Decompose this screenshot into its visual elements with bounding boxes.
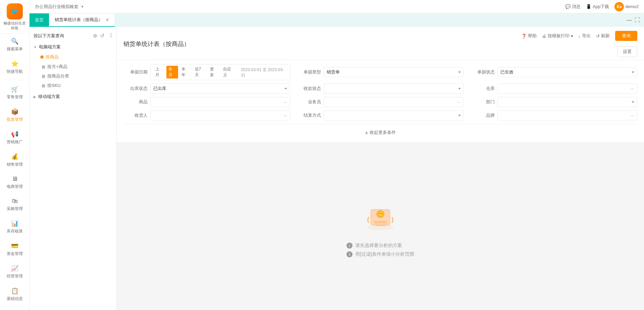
logo-icon: 🐦: [7, 3, 23, 19]
date-tab-prev-month[interactable]: 上月: [153, 66, 165, 79]
export-btn[interactable]: ↓ 导出: [579, 33, 591, 39]
brand-control[interactable]: ···: [497, 110, 637, 120]
search-icon: 🔍: [11, 38, 18, 45]
out-status-label: 出库状态: [123, 86, 150, 92]
sidebar-item-system[interactable]: ⚙ 系统管理: [0, 306, 29, 310]
tab-minimize-btn[interactable]: —: [627, 17, 632, 23]
basic-icon: 📋: [11, 287, 18, 295]
receiver-label: 收货人: [123, 112, 150, 118]
print-icon: 🖨: [542, 34, 546, 39]
user-area[interactable]: Ea demo2: [614, 2, 639, 11]
sidebar-item-search[interactable]: 🔍 搜索菜单: [0, 34, 29, 56]
doc-type-chevron: [458, 71, 461, 73]
product-dots[interactable]: ···: [283, 99, 287, 105]
receiver-dots[interactable]: ···: [283, 113, 287, 118]
date-label: 单据日期: [123, 69, 150, 75]
sidebar-item-nav[interactable]: ⭐ 快捷导航: [0, 56, 29, 79]
sidebar-item-wholesale[interactable]: 📦 批发管理: [0, 104, 29, 126]
filter-brand: 品牌 ···: [471, 110, 637, 120]
sidebar-item-basic[interactable]: 📋 基础信息: [0, 283, 29, 306]
filter-department: 部门: [471, 97, 637, 107]
message-btn[interactable]: 💬 消息: [565, 4, 581, 10]
warehouse-control[interactable]: ···: [497, 84, 637, 94]
out-status-value: 已出库: [153, 86, 283, 92]
tree-item-by-product[interactable]: 按商品: [30, 52, 116, 62]
sidebar-item-finance[interactable]: 💳 资金管理: [0, 238, 29, 261]
inventory-icon: 📊: [11, 220, 18, 227]
query-button[interactable]: 查询: [615, 31, 637, 41]
sidebar-menu: 🔍 搜索菜单 ⭐ 快捷导航 🛒 零售管理 📦 批发管理 📢 营销推广 💰 销售管…: [0, 34, 29, 310]
date-tab-this-month[interactable]: 本月: [166, 66, 178, 79]
date-tab-7days[interactable]: 近7天: [193, 66, 207, 79]
print-btn[interactable]: 🖨 按模板打印 ▾: [542, 33, 573, 39]
sidebar-item-inventory[interactable]: 📊 库存核算: [0, 216, 29, 238]
empty-step-2: 2 用[过滤]条件来缩小分析范围: [346, 251, 414, 257]
svg-rect-6: [375, 224, 385, 226]
collapse-filters-btn[interactable]: ∧ 收起更多条件: [123, 127, 637, 138]
breadcrumb-dropdown[interactable]: ▾: [81, 4, 84, 9]
management-icon: 📈: [11, 265, 18, 272]
logo-area: 🐦 畅捷信好生意 标版: [0, 0, 29, 34]
category-icon: ▦: [42, 74, 45, 79]
warehouse-dots[interactable]: ···: [630, 86, 634, 91]
recv-status-control[interactable]: [324, 84, 464, 94]
app-icon: 📱: [586, 4, 591, 9]
brand-dots[interactable]: ···: [630, 113, 634, 118]
sidebar-item-sales[interactable]: 💰 销售管理: [0, 149, 29, 171]
product-control[interactable]: ···: [150, 97, 290, 107]
help-btn[interactable]: ❓ 帮助: [521, 33, 537, 39]
sidebar-item-purchase[interactable]: 🛍 采购管理: [0, 194, 29, 216]
tree-item-by-sku[interactable]: ▦ 按SKU: [30, 81, 116, 90]
tab-close-btn[interactable]: ✕: [105, 17, 109, 22]
tree-mobile-scheme[interactable]: ▶ 移动端方案: [30, 92, 116, 102]
date-tab-this-year[interactable]: 本年: [179, 66, 191, 79]
app-download-btn[interactable]: 📱 App下载: [586, 4, 609, 10]
collapse-panel-btn[interactable]: 《: [107, 32, 112, 39]
tab-home[interactable]: 首页: [30, 13, 49, 27]
filter-payment: 结算方式: [297, 110, 464, 120]
sidebar-item-retail[interactable]: 🛒 零售管理: [0, 82, 29, 104]
message-icon: 💬: [565, 4, 571, 9]
doc-status-control[interactable]: 已生效: [497, 67, 637, 77]
mobile-scheme-label: 移动端方案: [38, 94, 60, 100]
payment-control[interactable]: [324, 110, 464, 120]
step-1-num: 1: [346, 243, 353, 249]
refresh-btn[interactable]: ↺ 刷新: [596, 33, 610, 39]
sidebar-item-management[interactable]: 📈 经营管理: [0, 261, 29, 283]
sidebar-item-marketing[interactable]: 📢 营销推广: [0, 126, 29, 149]
tree-item-by-month-product[interactable]: ▦ 按月+商品: [30, 62, 116, 71]
tree-item-by-category[interactable]: ▦ 按商品分类: [30, 71, 116, 81]
settings-button[interactable]: 设置: [617, 46, 637, 57]
print-dropdown-icon[interactable]: ▾: [571, 34, 573, 39]
out-status-control[interactable]: 已出库: [150, 84, 290, 94]
tree-pc-scheme[interactable]: ▼ 电脑端方案: [30, 42, 116, 52]
header-left: 办公用品行业模拟账套 ▾: [35, 4, 84, 10]
date-control[interactable]: 上月 本月 本年 近7天 更多 自定义 2023-03-01 至 2023-03…: [150, 64, 290, 80]
sales-icon: 💰: [11, 153, 18, 160]
tab-bar-actions: — ⛶: [627, 17, 644, 23]
tab-maximize-btn[interactable]: ⛶: [635, 17, 640, 23]
salesperson-dots[interactable]: ···: [457, 99, 461, 105]
left-panel-actions: ⊕ ↺ 《: [93, 32, 112, 39]
doc-type-value: 销货单: [327, 69, 457, 75]
step-2-text: 用[过滤]条件来缩小分析范围: [355, 251, 414, 257]
date-tab-custom[interactable]: 自定义: [221, 66, 237, 79]
doc-type-control[interactable]: 销货单: [324, 67, 464, 77]
salesperson-control[interactable]: ···: [324, 97, 464, 107]
refresh-scheme-btn[interactable]: ↺: [100, 33, 104, 39]
add-scheme-btn[interactable]: ⊕: [93, 33, 97, 39]
content-area: 按以下方案查询 ⊕ ↺ 《 ▼ 电脑端方案 按商品 ▦ 按月+商品 ▦: [30, 27, 644, 310]
sidebar-item-ecommerce[interactable]: 🖥 电商管理: [0, 171, 29, 194]
tab-active[interactable]: 销货单统计表（按商品） ✕: [49, 13, 115, 27]
salesperson-label: 业务员: [297, 99, 324, 105]
department-control[interactable]: [497, 97, 637, 107]
date-range-text: 2023-03-01 至 2023-03-31: [241, 67, 287, 78]
filter-doc-type: 单据类型 销货单: [297, 67, 464, 77]
header-right: 💬 消息 📱 App下载 Ea demo2: [565, 2, 639, 11]
right-main: 销货单统计表（按商品） ❓ 帮助 🖨 按模板打印 ▾ ↓: [117, 27, 644, 310]
out-status-chevron: [284, 88, 287, 90]
date-tab-more[interactable]: 更多: [208, 66, 220, 79]
receiver-control[interactable]: ···: [150, 110, 290, 120]
filter-out-status: 出库状态 已出库: [123, 84, 290, 94]
recv-status-label: 收款状态: [297, 86, 324, 92]
